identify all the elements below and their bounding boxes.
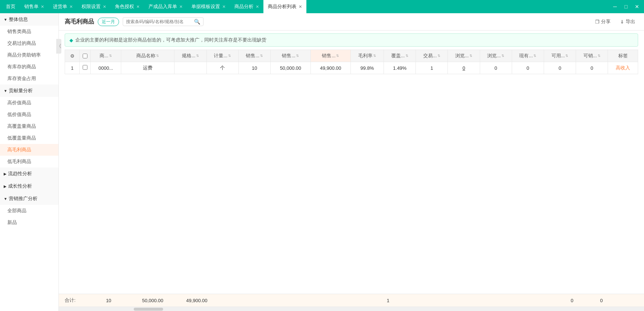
nav-product-analysis-list[interactable]: 商品分析列表 ✕ [263,0,306,13]
cell-saleable: 0 [576,62,608,74]
browse1-link[interactable]: 0 [463,65,465,71]
share-icon: ❐ [595,19,600,25]
col-available[interactable]: 可用...⇅ [544,50,576,62]
search-icon[interactable]: 🔍 [194,19,200,25]
sort-icon: ⇅ [501,54,504,58]
footer-cells: 10 50,000.00 49,900.00 1 0 0 [87,298,638,303]
sort-icon: ⇅ [533,54,536,58]
settings-icon: ⚙ [70,53,75,59]
sort-icon: ⇅ [565,54,568,58]
nav-product-analysis[interactable]: 商品分析 ✕ [230,0,263,13]
sidebar-item-high-coverage[interactable]: 高覆盖量商品 [0,120,58,132]
chevron-down-icon: ▼ [4,18,7,22]
col-checkbox [80,50,91,62]
cell-browse1[interactable]: 0 [448,62,480,74]
close-icon[interactable]: ✕ [256,4,259,9]
col-coverage[interactable]: 覆盖...⇅ [384,50,416,62]
sidebar-item-high-margin[interactable]: 高毛利商品 [0,144,58,156]
cell-sales3: 49,900.00 [310,62,350,74]
sidebar-group-overall[interactable]: ▼ 整体信息 [0,13,58,26]
share-button[interactable]: ❐ 分享 [592,17,614,26]
period-button[interactable]: 近一月 [98,18,119,26]
maximize-button[interactable]: □ [620,0,632,13]
page-title: 高毛利商品 [65,18,94,26]
footer-browse2: 0 [557,298,587,303]
nav-permissions[interactable]: 权限设置 ✕ [77,0,111,13]
tag-badge: 高收入 [616,65,630,70]
col-sales1[interactable]: 销售...⇅ [238,50,270,62]
sidebar-collapse-button[interactable]: 《 [56,39,61,54]
col-gross-rate[interactable]: 毛利率⇅ [350,50,384,62]
nav-roles[interactable]: 角色授权 ✕ [111,0,144,13]
row-checkbox[interactable] [83,65,87,70]
close-icon[interactable]: ✕ [41,4,44,9]
data-table: ⚙ 商...⇅ 商品名称⇅ 规格...⇅ [65,50,638,74]
content-area: 高毛利商品 近一月 🔍 ❐ 分享 ⇓ 导出 ◆ 企业的主要的利润都是这部分商品创… [59,13,644,311]
footer-trades: 1 [373,298,403,303]
horizontal-scrollbar[interactable] [59,307,644,311]
footer-bar: 合计: 10 50,000.00 49,900.00 1 0 0 [59,294,644,307]
sidebar-item-in-stock[interactable]: 有库存的商品 [0,61,58,73]
minimize-button[interactable]: ─ [609,0,620,13]
sidebar-group-contribution[interactable]: ▼ 贡献量分析 [0,84,58,97]
sidebar-item-sales-products[interactable]: 销售类商品 [0,26,58,37]
cell-gross-rate: 99.8% [350,62,384,74]
col-unit[interactable]: 计量...⇅ [206,50,238,62]
sidebar-item-inventory-capital[interactable]: 库存资金占用 [0,73,58,84]
cell-spec [175,62,206,74]
col-trades[interactable]: 交易...⇅ [416,50,448,62]
sidebar-item-traded-products[interactable]: 交易过的商品 [0,37,58,49]
sidebar-item-high-value[interactable]: 高价值商品 [0,97,58,109]
cell-tag: 高收入 [608,62,638,74]
col-browse2[interactable]: 浏览...⇅ [480,50,512,62]
search-input[interactable] [126,19,192,24]
nav-purchase[interactable]: 进货单 ✕ [48,0,77,13]
col-current[interactable]: 现有...⇅ [512,50,544,62]
close-icon[interactable]: ✕ [136,4,140,9]
col-product-name[interactable]: 商品名称⇅ [121,50,175,62]
cell-code: 0000... [91,62,121,74]
close-icon[interactable]: ✕ [299,4,302,9]
close-icon[interactable]: ✕ [103,4,106,9]
close-icon[interactable]: ✕ [222,4,226,9]
chevron-down-icon: ▼ [4,197,7,201]
export-button[interactable]: ⇓ 导出 [617,17,638,26]
sidebar-item-low-value[interactable]: 低价值商品 [0,109,58,120]
col-sales2[interactable]: 销售...⇅ [270,50,310,62]
sidebar: ▼ 整体信息 销售类商品 交易过的商品 商品分类助销率 有库存的商品 库存资金占… [0,13,59,311]
select-all-checkbox[interactable] [83,54,87,58]
content-header: 高毛利商品 近一月 🔍 ❐ 分享 ⇓ 导出 [59,13,644,30]
scroll-thumb[interactable] [134,308,163,311]
sidebar-group-trend[interactable]: ▶ 流趋性分析 [0,167,58,180]
col-sales3[interactable]: 销售...⇅ [310,50,350,62]
footer-end-spacer [616,298,638,303]
sort-icon: ⇅ [406,54,409,58]
sidebar-item-low-margin[interactable]: 低毛利商品 [0,156,58,167]
sort-icon: ⇅ [228,54,231,58]
export-icon: ⇓ [620,19,624,25]
close-icon[interactable]: ✕ [69,4,73,9]
col-saleable[interactable]: 可销...⇅ [576,50,608,62]
close-window-button[interactable]: ✕ [632,0,643,13]
close-icon[interactable]: ✕ [179,4,183,9]
nav-finished-goods[interactable]: 产成品入库单 ✕ [144,0,187,13]
cell-unit: 个 [206,62,238,74]
col-spec[interactable]: 规格...⇅ [175,50,206,62]
col-browse1[interactable]: 浏览...⇅ [448,50,480,62]
sidebar-item-category-rate[interactable]: 商品分类助销率 [0,49,58,61]
sidebar-item-all-products[interactable]: 全部商品 [0,205,58,217]
sort-icon: ⇅ [373,54,376,58]
table-header-row: ⚙ 商...⇅ 商品名称⇅ 规格...⇅ [65,50,638,62]
sidebar-item-low-coverage[interactable]: 低覆盖量商品 [0,132,58,144]
cell-trades: 1 [416,62,448,74]
info-icon: ◆ [69,37,73,43]
col-settings[interactable]: ⚙ [65,50,80,62]
sort-icon: ⇅ [296,54,299,58]
nav-home[interactable]: 首页 [1,0,20,13]
nav-template-settings[interactable]: 单据模板设置 ✕ [187,0,230,13]
sidebar-item-new-products[interactable]: 新品 [0,217,58,228]
nav-sales[interactable]: 销售单 ✕ [20,0,48,13]
sidebar-group-growth[interactable]: ▶ 成长性分析 [0,180,58,192]
col-code[interactable]: 商...⇅ [91,50,121,62]
sidebar-group-marketing[interactable]: ▼ 营销推广分析 [0,192,58,205]
